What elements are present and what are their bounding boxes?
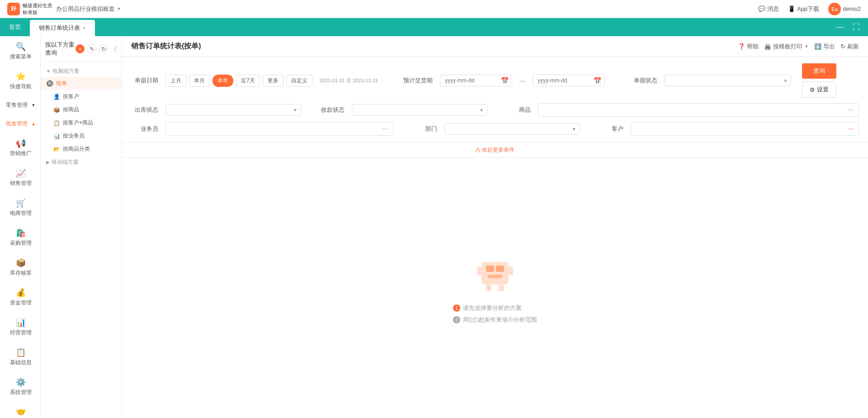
sidebar-item-marketing[interactable]: 📢 营销推广	[0, 133, 40, 163]
tree-item-by-salesman[interactable]: 📊 按业务员	[41, 129, 122, 142]
date-btn-custom[interactable]: 自定义	[286, 75, 312, 87]
svg-rect-0	[481, 262, 509, 285]
app-download-icon: 📱	[788, 5, 795, 12]
empty-icon	[468, 248, 522, 295]
date-btn-more[interactable]: 更多	[263, 75, 283, 87]
date-button-group: 上月 本月 本年 近7天 更多 自定义	[165, 75, 312, 87]
print-icon: 🖨️	[764, 43, 771, 50]
system-icon: ⚙️	[16, 377, 26, 387]
message-button[interactable]: 💬 消息	[758, 5, 779, 13]
payment-status-select[interactable]	[352, 104, 487, 116]
filter-area: 单据日期 上月 本月 本年 近7天 更多 自定义 2023-01-01 至 20…	[122, 57, 868, 142]
tree-group-pc[interactable]: ▼ 电脑端方案	[41, 65, 122, 77]
status-select-wrapper: ▼	[665, 75, 791, 86]
sidebar-item-enterprise[interactable]: 🤝 企业协同	[0, 402, 40, 418]
sidebar: 🔍 搜索菜单 ⭐ 快捷导航 零售管理 ▼ 批发管理 ▲ 📢 营销推广 📈 销售	[0, 36, 41, 418]
refresh-button[interactable]: ↻ 刷新	[840, 43, 859, 51]
help-button[interactable]: ❓ 帮助	[738, 43, 759, 51]
by-category-icon: 📂	[53, 146, 60, 152]
export-button[interactable]: ⬇️ 导出	[814, 43, 835, 51]
panel-collapse-button[interactable]: 《	[111, 45, 117, 53]
sidebar-item-ecommerce[interactable]: 🛒 电商管理	[0, 193, 40, 223]
customer-input[interactable]: ···	[631, 122, 859, 136]
date-btn-7days[interactable]: 近7天	[236, 75, 260, 87]
collapse-bar[interactable]: ⋀ 收起更多条件	[122, 142, 868, 158]
tab-maximize-button[interactable]: ⛶	[850, 21, 863, 33]
status-select[interactable]	[665, 75, 791, 86]
product-label: 商品	[504, 106, 531, 114]
top-bar-right: 💬 消息 📱 App下载 Ea demo2	[758, 3, 861, 15]
template-print-button[interactable]: 🖨️ 按模板打印 ▼	[764, 43, 809, 51]
sidebar-item-purchase[interactable]: 🛍️ 采购管理	[0, 223, 40, 252]
salesman-more-icon: ···	[383, 125, 389, 133]
page-header: 销售订单统计表(按单) ❓ 帮助 🖨️ 按模板打印 ▼ ⬇️ 导出 ↻ 刷新	[122, 36, 868, 57]
tree-item-by-order[interactable]: 🔘 按单	[41, 77, 122, 90]
svg-rect-4	[477, 266, 481, 276]
by-salesman-icon: 📊	[53, 133, 60, 139]
tip-num-1: 1	[453, 304, 460, 312]
settings-button[interactable]: ⚙ 设置	[802, 81, 836, 98]
page-actions: ❓ 帮助 🖨️ 按模板打印 ▼ ⬇️ 导出 ↻ 刷新	[738, 43, 859, 51]
delivery-status-select[interactable]	[165, 104, 301, 116]
sidebar-item-finance[interactable]: 💰 资金管理	[0, 282, 40, 312]
department-select[interactable]	[444, 123, 580, 135]
svg-rect-7	[499, 285, 504, 291]
sidebar-nav: 🔍 搜索菜单 ⭐ 快捷导航 零售管理 ▼ 批发管理 ▲ 📢 营销推广 📈 销售	[0, 36, 40, 418]
salesman-input[interactable]: ···	[165, 122, 394, 136]
panel-title: 按以下方案查询	[45, 41, 75, 57]
svg-rect-6	[486, 285, 491, 291]
sidebar-item-system[interactable]: ⚙️ 系统管理	[0, 372, 40, 402]
tab-home[interactable]: 首页	[0, 18, 30, 36]
panel-header: 按以下方案查询 + ✎ ↻ 《	[41, 36, 122, 62]
query-btn-group: 查询 ⚙ 设置	[802, 63, 836, 98]
by-customer-product-icon: 📋	[53, 120, 60, 126]
app-download-button[interactable]: 📱 App下载	[788, 5, 819, 13]
tree-group-mobile[interactable]: ▶ 移动端方案	[41, 156, 122, 168]
edit-scheme-button[interactable]: ✎	[87, 44, 96, 53]
retail-expand-icon: ▼	[31, 103, 36, 108]
app-selector-dropdown[interactable]: 办公用品行业模拟账套 ▼	[56, 5, 121, 13]
logo-text: 畅捷通好生意 标准版	[23, 2, 52, 15]
sales-icon: 📈	[16, 168, 26, 178]
add-scheme-button[interactable]: +	[75, 44, 85, 53]
product-input[interactable]: ···	[538, 103, 859, 117]
page-title: 销售订单统计表(按单)	[131, 42, 201, 51]
sidebar-item-quicknav[interactable]: ⭐ 快捷导航	[0, 66, 40, 96]
sidebar-item-sales[interactable]: 📈 销售管理	[0, 163, 40, 193]
tab-minimize-button[interactable]: —	[834, 21, 846, 33]
refresh-scheme-button[interactable]: ↻	[99, 44, 108, 53]
tree-item-by-customer-product[interactable]: 📋 按客户+商品	[41, 116, 122, 129]
dropdown-arrow-icon: ▼	[117, 6, 121, 11]
print-expand-icon: ▼	[804, 44, 809, 49]
expected-date-end-wrapper: 📅	[533, 75, 605, 86]
sidebar-item-base[interactable]: 📋 基础信息	[0, 342, 40, 372]
wholesale-expand-icon: ▲	[31, 121, 36, 126]
query-button[interactable]: 查询	[802, 63, 836, 79]
department-label: 部门	[410, 125, 437, 133]
sidebar-item-inventory[interactable]: 📦 库存核算	[0, 252, 40, 282]
sidebar-item-search[interactable]: 🔍 搜索菜单	[0, 36, 40, 66]
ecommerce-icon: 🛒	[16, 198, 26, 208]
user-menu[interactable]: Ea demo2	[828, 3, 861, 15]
department-wrapper: ▼	[444, 123, 580, 135]
calendar-end-icon[interactable]: 📅	[594, 77, 601, 84]
tip-num-2: 2	[453, 316, 460, 323]
date-btn-this-month[interactable]: 本月	[189, 75, 210, 87]
date-btn-this-year[interactable]: 本年	[212, 75, 233, 87]
tree-item-by-customer[interactable]: 👤 按客户	[41, 90, 122, 103]
tree-item-by-product[interactable]: 📦 按商品	[41, 103, 122, 116]
date-btn-last-month[interactable]: 上月	[165, 75, 186, 87]
salesman-label: 业务员	[131, 125, 158, 133]
sidebar-item-wholesale[interactable]: 批发管理 ▲	[0, 114, 40, 133]
calendar-start-icon[interactable]: 📅	[501, 77, 509, 84]
tree-item-by-product-category[interactable]: 📂 按商品分类	[41, 142, 122, 156]
operations-icon: 📊	[16, 318, 26, 328]
inventory-icon: 📦	[16, 258, 26, 268]
payment-status-label: 收款状态	[317, 106, 344, 114]
tab-close-icon[interactable]: ×	[83, 25, 86, 31]
sidebar-item-operations[interactable]: 📊 经营管理	[0, 312, 40, 342]
enterprise-icon: 🤝	[16, 407, 26, 417]
tab-sales-order-stats[interactable]: 销售订单统计表 ×	[30, 20, 95, 36]
sidebar-item-retail[interactable]: 零售管理 ▼	[0, 96, 40, 114]
tab-bar-left: 首页 销售订单统计表 ×	[0, 18, 95, 36]
